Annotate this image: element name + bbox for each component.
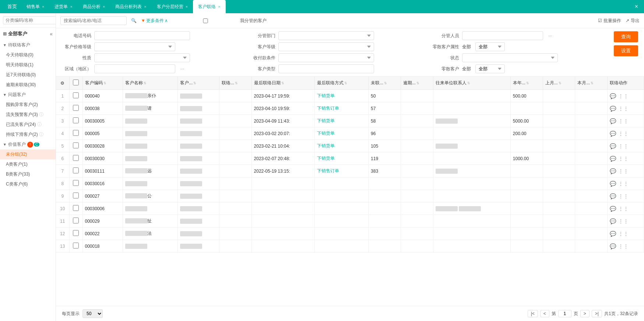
next-page-btn[interactable]: >	[580, 310, 590, 317]
sidebar-item-overdue[interactable]: 逾期未联络(30)	[0, 80, 56, 90]
batch-ops-btn[interactable]: ☑ 批量操作	[598, 18, 621, 24]
close-icon[interactable]: ×	[144, 4, 146, 9]
more-icon[interactable]: ⋮⋮	[618, 156, 629, 162]
window-close-button[interactable]: ×	[632, 3, 641, 10]
row-select-checkbox[interactable]	[73, 218, 79, 223]
last-method-link[interactable]: 下销货单	[317, 143, 335, 148]
nav-home[interactable]: 首页	[3, 3, 21, 10]
sidebar-item-abnormal[interactable]: 囤购异常客户(2)	[0, 100, 56, 110]
sidebar-item-ungroup[interactable]: 未分组(32)	[0, 149, 56, 159]
nav-tab-analysis-list[interactable]: 商品分析列表 ×	[110, 0, 151, 13]
row-checkbox[interactable]	[69, 177, 82, 190]
row-checkbox[interactable]	[69, 90, 82, 102]
per-page-select[interactable]: 50 100 200	[82, 309, 103, 318]
row-checkbox[interactable]	[69, 152, 82, 165]
last-method-link[interactable]: 下销货单	[317, 156, 335, 161]
nav-tab-customer-mgmt[interactable]: 客户分层经营 ×	[152, 0, 193, 13]
dots-btn-region[interactable]: ···	[178, 66, 186, 72]
nav-tab-analysis[interactable]: 商品分析 ×	[78, 0, 110, 13]
more-icon[interactable]: ⋮⋮	[618, 193, 629, 199]
row-checkbox[interactable]	[69, 190, 82, 202]
sidebar-all-customers-header[interactable]: ⊞ 全部客户 «	[0, 28, 56, 40]
customer-level-select[interactable]	[278, 42, 374, 51]
row-checkbox[interactable]	[69, 165, 82, 177]
sidebar-item-today[interactable]: 今天待联络(0)	[0, 50, 56, 60]
more-icon[interactable]: ⋮⋮	[618, 218, 629, 224]
sidebar-item-tomorrow[interactable]: 明天待联络(1)	[0, 60, 56, 70]
message-icon[interactable]: 💬	[610, 156, 616, 162]
select-all-checkbox[interactable]	[73, 80, 79, 85]
sidebar-item-declining[interactable]: 持续下滑客户(2) ⓘ	[0, 130, 56, 140]
message-icon[interactable]: 💬	[610, 131, 616, 137]
more-icon[interactable]: ⋮⋮	[618, 231, 629, 237]
message-icon[interactable]: 💬	[610, 231, 616, 237]
row-select-checkbox[interactable]	[73, 155, 79, 161]
row-select-checkbox[interactable]	[73, 193, 79, 198]
row-checkbox[interactable]	[69, 102, 82, 115]
more-icon[interactable]: ⋮⋮	[618, 243, 629, 249]
nav-tab-customer-contact[interactable]: 客户联络 ×	[193, 0, 225, 13]
price-level-select[interactable]	[94, 42, 175, 51]
more-icon[interactable]: ⋮⋮	[618, 106, 629, 112]
close-icon[interactable]: ×	[186, 4, 188, 9]
settings-col-header[interactable]: ⚙	[56, 77, 69, 90]
message-icon[interactable]: 💬	[610, 181, 616, 187]
sidebar-group-pending[interactable]: ▼ 待联络客户	[0, 40, 56, 50]
collapse-icon[interactable]: «	[50, 31, 53, 37]
close-icon[interactable]: ×	[103, 4, 105, 9]
close-icon[interactable]: ×	[218, 4, 220, 9]
sidebar-item-class-b[interactable]: B类客户(33)	[0, 169, 56, 179]
reset-button[interactable]: 设置	[614, 45, 638, 56]
page-input[interactable]	[558, 310, 571, 317]
status-select[interactable]	[462, 53, 558, 62]
message-icon[interactable]: 💬	[610, 193, 616, 199]
last-method-link[interactable]: 下销货单	[317, 118, 335, 123]
more-icon[interactable]: ⋮⋮	[618, 131, 629, 137]
sidebar-item-churn-warning[interactable]: 流失预警客户(3) ⓘ	[0, 110, 56, 120]
last-page-btn[interactable]: >|	[592, 310, 602, 317]
row-checkbox[interactable]	[69, 127, 82, 140]
checkbox-col-header[interactable]	[69, 77, 82, 90]
retail-attr-select[interactable]: 全部	[475, 42, 505, 51]
message-icon[interactable]: 💬	[610, 243, 616, 249]
close-icon[interactable]: ×	[70, 4, 72, 9]
message-icon[interactable]: 💬	[610, 93, 616, 99]
phone-input[interactable]	[94, 31, 190, 40]
row-checkbox[interactable]	[69, 240, 82, 253]
row-select-checkbox[interactable]	[73, 205, 79, 211]
row-select-checkbox[interactable]	[73, 230, 79, 236]
row-checkbox[interactable]	[69, 115, 82, 127]
row-checkbox[interactable]	[69, 227, 82, 240]
row-checkbox[interactable]	[69, 202, 82, 215]
more-icon[interactable]: ⋮⋮	[618, 181, 629, 187]
more-icon[interactable]: ⋮⋮	[618, 118, 629, 124]
message-icon[interactable]: 💬	[610, 218, 616, 224]
dots-btn[interactable]: ···	[546, 32, 554, 39]
more-icon[interactable]: ⋮⋮	[618, 143, 629, 149]
prev-page-btn[interactable]: <	[540, 310, 549, 317]
last-method-link[interactable]: 下销售订单	[317, 168, 339, 173]
message-icon[interactable]: 💬	[610, 143, 616, 149]
message-icon[interactable]: 💬	[610, 106, 616, 112]
row-select-checkbox[interactable]	[73, 243, 79, 248]
more-icon[interactable]: ⋮⋮	[618, 206, 629, 212]
more-conditions-btn[interactable]: ▼ 更多条件 ∧	[141, 18, 168, 24]
dept-select[interactable]	[278, 31, 374, 40]
export-btn[interactable]: ↗ 导出	[626, 18, 640, 24]
row-select-checkbox[interactable]	[73, 130, 79, 136]
more-icon[interactable]: ⋮⋮	[618, 168, 629, 174]
region-input[interactable]	[94, 64, 175, 73]
row-select-checkbox[interactable]	[73, 117, 79, 123]
row-select-checkbox[interactable]	[73, 167, 79, 173]
query-button[interactable]: 查询	[614, 31, 638, 42]
message-icon[interactable]: 💬	[610, 206, 616, 212]
category-search-input[interactable]	[3, 16, 56, 24]
first-page-btn[interactable]: |<	[528, 310, 538, 317]
row-select-checkbox[interactable]	[73, 92, 79, 98]
sidebar-item-churned[interactable]: 已流失客户(24) ⓘ	[0, 120, 56, 130]
sidebar-group-problem[interactable]: ▼ 问题客户	[0, 90, 56, 100]
row-checkbox[interactable]	[69, 140, 82, 152]
retail-select[interactable]: 全部	[475, 64, 505, 73]
search-input[interactable]	[60, 16, 127, 25]
person-input[interactable]	[462, 31, 543, 40]
